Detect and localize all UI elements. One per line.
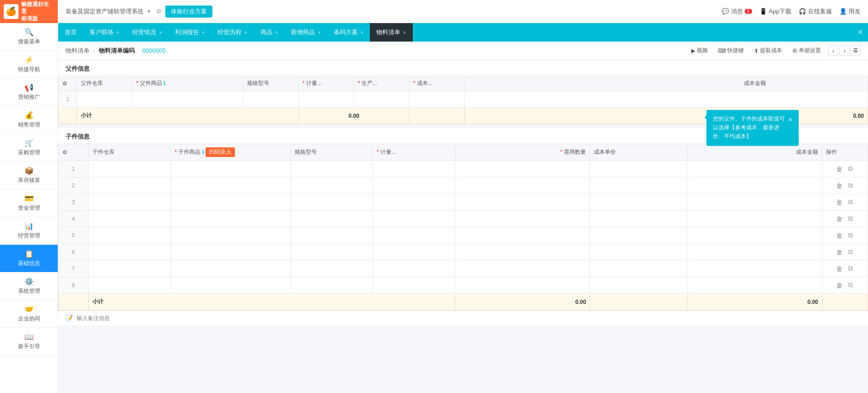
tab-bom[interactable]: 物料清单 × [370, 23, 412, 42]
shortcut-btn[interactable]: ⌨ 快捷键 [715, 45, 747, 56]
child-warehouse-4[interactable] [88, 211, 170, 227]
close-tab-bom[interactable]: × [403, 30, 406, 35]
child-cost-price-2[interactable] [590, 177, 687, 194]
child-cost-price-1[interactable] [590, 161, 687, 177]
remark-input[interactable] [77, 315, 861, 321]
close-tab-goods[interactable]: × [275, 30, 278, 35]
tab-barcode[interactable]: 条码方案 × [327, 23, 370, 42]
close-tab-history[interactable]: × [244, 30, 247, 35]
close-tab-profit[interactable]: × [202, 30, 205, 35]
child-cost-price-3[interactable] [590, 194, 687, 211]
child-warehouse-8[interactable] [88, 277, 170, 294]
child-qty-4[interactable] [455, 211, 590, 227]
tab-new-goods[interactable]: 新增商品 × [284, 23, 327, 42]
message-button[interactable]: 💬 消息 6 [722, 7, 752, 16]
child-warehouse-2[interactable] [88, 177, 170, 194]
copy-icon-1[interactable]: ⧉ [846, 164, 855, 174]
delete-icon-3[interactable]: 🗑 [835, 198, 844, 207]
single-settings-btn[interactable]: ⚙ 单据设置 [790, 45, 824, 56]
copy-icon-2[interactable]: ⧉ [846, 181, 855, 190]
child-unit-3[interactable] [373, 194, 455, 211]
child-qty-6[interactable] [455, 244, 590, 260]
child-unit-7[interactable] [373, 260, 455, 277]
sidebar-item-finance[interactable]: 💳 资金管理 [0, 189, 58, 217]
breadcrumb-bom-list[interactable]: 物料清单 [66, 47, 90, 55]
child-spec-8[interactable] [290, 277, 373, 294]
tab-profit[interactable]: 利润报告 × [169, 23, 211, 42]
child-unit-1[interactable] [373, 161, 455, 177]
extract-cost-btn[interactable]: ⬆ 提取成本 [751, 45, 785, 56]
prev-btn[interactable]: ‹ [828, 46, 838, 56]
child-cost-price-7[interactable] [590, 260, 687, 277]
child-goods-5[interactable] [171, 227, 290, 244]
sidebar-item-guide[interactable]: 📖 新手引导 [0, 328, 58, 356]
sidebar-item-basic-info[interactable]: 📋 基础信息 [0, 245, 58, 272]
child-goods-1[interactable] [171, 161, 290, 177]
child-spec-6[interactable] [290, 244, 373, 260]
tab-goods[interactable]: 商品 × [254, 23, 284, 42]
tab-home[interactable]: 首页 [58, 23, 83, 42]
parent-unit-cell[interactable] [299, 91, 354, 108]
child-unit-2[interactable] [373, 177, 455, 194]
child-cost-price-4[interactable] [590, 211, 687, 227]
sidebar-item-operations[interactable]: 📊 经营管理 [0, 217, 58, 245]
child-spec-3[interactable] [290, 194, 373, 211]
child-unit-5[interactable] [373, 227, 455, 244]
parent-cost-cell[interactable] [410, 91, 465, 108]
delete-icon-1[interactable]: 🗑 [835, 164, 844, 174]
parent-goods-cell[interactable] [133, 91, 243, 108]
child-cost-price-8[interactable] [590, 277, 687, 294]
child-qty-8[interactable] [455, 277, 590, 294]
child-col-settings[interactable]: ⚙ [59, 144, 89, 161]
trial-button[interactable]: 体验行业方案 [165, 6, 212, 18]
delete-icon-6[interactable]: 🗑 [835, 248, 844, 257]
child-goods-7[interactable] [171, 260, 290, 277]
child-spec-5[interactable] [290, 227, 373, 244]
video-btn[interactable]: ▶ 视频 [688, 45, 711, 56]
copy-icon-5[interactable]: ⧉ [846, 231, 855, 240]
delete-icon-5[interactable]: 🗑 [835, 231, 844, 240]
child-goods-8[interactable] [171, 277, 290, 294]
close-tab-operations[interactable]: × [159, 30, 162, 35]
child-goods-6[interactable] [171, 244, 290, 260]
online-service-button[interactable]: 🎧 在线客服 [799, 7, 832, 16]
close-tab-customers[interactable]: × [116, 30, 119, 35]
sidebar-item-inventory[interactable]: 📦 库存核算 [0, 162, 58, 189]
child-qty-7[interactable] [455, 260, 590, 277]
child-unit-6[interactable] [373, 244, 455, 260]
app-download-button[interactable]: 📱 App下载 [760, 7, 791, 16]
child-warehouse-3[interactable] [88, 194, 170, 211]
copy-icon-6[interactable]: ⧉ [846, 248, 855, 257]
sidebar-item-marketing[interactable]: 📢 营销推广 [0, 79, 58, 106]
tab-operations[interactable]: 经营情况 × [126, 23, 168, 42]
close-tab-barcode[interactable]: × [361, 30, 363, 35]
delete-icon-4[interactable]: 🗑 [835, 214, 844, 224]
child-warehouse-6[interactable] [88, 244, 170, 260]
child-spec-2[interactable] [290, 177, 373, 194]
child-cost-price-6[interactable] [590, 244, 687, 260]
child-goods-4[interactable] [171, 211, 290, 227]
tooltip-close-btn[interactable]: × [789, 115, 792, 125]
child-warehouse-5[interactable] [88, 227, 170, 244]
sidebar-item-sales[interactable]: 💰 销售管理 [0, 106, 58, 134]
tab-customers[interactable]: 客户联络 × [83, 23, 126, 42]
child-cost-price-5[interactable] [590, 227, 687, 244]
menu-btn[interactable]: ☰ [850, 46, 861, 56]
child-unit-4[interactable] [373, 211, 455, 227]
parent-warehouse-cell[interactable] [77, 91, 133, 108]
child-unit-8[interactable] [373, 277, 455, 294]
child-warehouse-7[interactable] [88, 260, 170, 277]
child-qty-2[interactable] [455, 177, 590, 194]
delete-icon-7[interactable]: 🗑 [835, 264, 844, 273]
copy-icon-4[interactable]: ⧉ [846, 214, 855, 224]
child-warehouse-1[interactable] [88, 161, 170, 177]
child-qty-5[interactable] [455, 227, 590, 244]
delete-icon-8[interactable]: 🗑 [835, 281, 844, 290]
child-goods-2[interactable] [171, 177, 290, 194]
close-tab-new-goods[interactable]: × [318, 30, 320, 35]
parent-spec-cell[interactable] [243, 91, 299, 108]
next-btn[interactable]: › [839, 46, 850, 56]
close-all-tabs[interactable]: × [853, 28, 868, 36]
settings-gear-icon[interactable]: ⚙ [156, 8, 162, 15]
scan-button[interactable]: 扫码录入 [205, 147, 235, 157]
